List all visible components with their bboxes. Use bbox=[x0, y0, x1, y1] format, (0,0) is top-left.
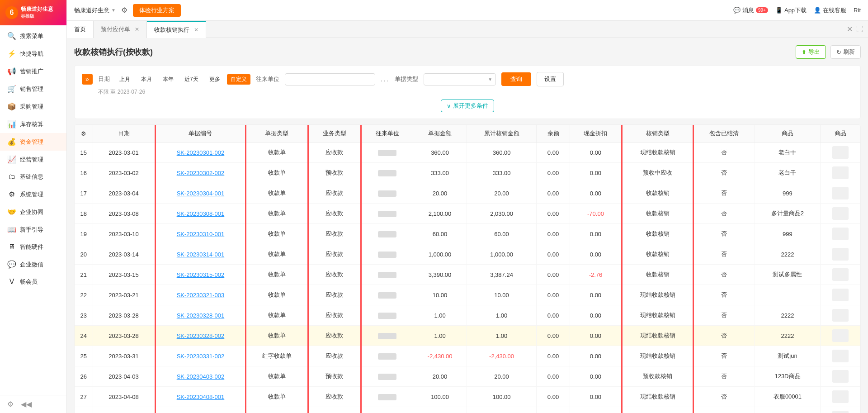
order-no-link[interactable]: SK-20230328-001 bbox=[177, 312, 225, 319]
logo-text: 畅康道好生意 bbox=[21, 6, 53, 13]
table-row[interactable]: 24 2023-03-28 SK-20230328-002 收款单 应收款 1.… bbox=[75, 326, 860, 346]
tab-collection-close[interactable]: ✕ bbox=[194, 27, 198, 33]
sidebar-item-basic-info[interactable]: 🗂 基础信息 bbox=[0, 168, 66, 185]
sidebar-item-hardware[interactable]: 🖥 智能硬件 bbox=[0, 238, 66, 256]
quick-nav-label: 快捷导航 bbox=[20, 50, 43, 58]
order-no-link[interactable]: SK-20230403-002 bbox=[177, 373, 225, 380]
cell-verify-type: 现结收款核销 bbox=[622, 407, 693, 413]
sidebar-item-finance[interactable]: 💰 资金管理 bbox=[0, 133, 66, 151]
tab-close-all-icon[interactable]: ✕ bbox=[847, 25, 853, 33]
sidebar-item-operation[interactable]: 📈 经营管理 bbox=[0, 151, 66, 168]
tab-home[interactable]: 首页 bbox=[67, 21, 94, 38]
table-row[interactable]: 23 2023-03-28 SK-20230328-001 收款单 应收款 1.… bbox=[75, 305, 860, 326]
date-custom[interactable]: 自定义 bbox=[227, 74, 250, 85]
order-no-link[interactable]: SK-20230304-001 bbox=[177, 190, 225, 197]
sidebar-item-search-menu[interactable]: 🔍 搜索菜单 bbox=[0, 27, 66, 45]
date-more[interactable]: 更多 bbox=[205, 74, 224, 85]
order-no-link[interactable]: SK-20230321-003 bbox=[177, 292, 225, 299]
username[interactable]: Rit bbox=[854, 7, 861, 14]
sidebar-collapse-icon[interactable]: ◀◀ bbox=[21, 400, 32, 408]
export-btn[interactable]: ⬆ 导出 bbox=[796, 45, 826, 59]
filter-more-dots[interactable]: ... bbox=[381, 75, 389, 83]
filter-expand-more-btn[interactable]: ∨ 展开更多条件 bbox=[441, 100, 494, 112]
topbar-settings-icon[interactable]: ⚙ bbox=[121, 6, 127, 14]
cell-partner bbox=[361, 407, 413, 413]
query-btn[interactable]: 查询 bbox=[501, 72, 531, 86]
tab-prepay[interactable]: 预付应付单 ✕ bbox=[94, 21, 147, 38]
table-row[interactable]: 16 2023-03-02 SK-20230302-002 收款单 预收款 33… bbox=[75, 163, 860, 183]
sidebar-item-guide[interactable]: 📖 新手引导 bbox=[0, 221, 66, 238]
sidebar-item-marketing[interactable]: 📢 营销推广 bbox=[0, 62, 66, 80]
tab-expand-icon[interactable]: ⛶ bbox=[856, 25, 863, 33]
refresh-btn[interactable]: ↻ 刷新 bbox=[830, 45, 861, 59]
table-row[interactable]: 15 2023-03-01 SK-20230301-002 收款单 应收款 36… bbox=[75, 142, 860, 163]
notification-label: 消息 bbox=[742, 6, 754, 14]
sidebar-item-enterprise[interactable]: 🤝 企业协同 bbox=[0, 203, 66, 221]
table-row[interactable]: 19 2023-03-10 SK-20230310-001 收款单 应收款 60… bbox=[75, 224, 860, 244]
order-no-link[interactable]: SK-20230408-001 bbox=[177, 394, 225, 400]
sidebar-item-inventory[interactable]: 📊 库存核算 bbox=[0, 115, 66, 133]
cell-verified-amount: 1.00 bbox=[467, 326, 537, 346]
cell-seq: 15 bbox=[75, 142, 93, 163]
th-settings[interactable]: ⚙ bbox=[75, 125, 93, 142]
cell-partner bbox=[361, 285, 413, 305]
sidebar-settings-icon[interactable]: ⚙ bbox=[7, 400, 14, 408]
workspace-selector[interactable]: 畅康道好生意 ▼ bbox=[74, 6, 116, 14]
date-last-7[interactable]: 近7天 bbox=[180, 74, 203, 85]
table-row[interactable]: 27 2023-04-08 SK-20230408-001 收款单 应收款 10… bbox=[75, 387, 860, 407]
sidebar-item-system[interactable]: ⚙ 系统管理 bbox=[0, 185, 66, 203]
sidebar-item-quick-nav[interactable]: ⚡ 快捷导航 bbox=[0, 45, 66, 62]
order-no-link[interactable]: SK-20230331-002 bbox=[177, 353, 225, 360]
cell-verify-type: 收款核销 bbox=[622, 224, 693, 244]
table-row[interactable]: 22 2023-03-21 SK-20230321-003 收款单 应收款 10… bbox=[75, 285, 860, 305]
date-last-month[interactable]: 上月 bbox=[115, 74, 134, 85]
table-row[interactable]: 17 2023-03-04 SK-20230304-001 收款单 应收款 20… bbox=[75, 183, 860, 204]
table-row[interactable]: 18 2023-03-08 SK-20230308-001 收款单 应收款 2,… bbox=[75, 204, 860, 224]
industry-btn[interactable]: 体验行业方案 bbox=[133, 4, 181, 17]
order-no-link[interactable]: SK-20230315-002 bbox=[177, 271, 225, 278]
tab-prepay-close[interactable]: ✕ bbox=[135, 26, 139, 33]
date-this-month[interactable]: 本月 bbox=[137, 74, 156, 85]
cell-amount: 60.00 bbox=[413, 224, 467, 244]
settings-btn[interactable]: 设置 bbox=[537, 72, 564, 86]
filter-expand-btn[interactable]: » bbox=[82, 74, 93, 85]
bill-type-select[interactable] bbox=[424, 73, 496, 85]
table-row[interactable]: 26 2023-04-03 SK-20230403-002 收款单 预收款 20… bbox=[75, 366, 860, 387]
date-this-year[interactable]: 本年 bbox=[159, 74, 178, 85]
order-no-link[interactable]: SK-20230302-002 bbox=[177, 170, 225, 176]
cell-order-no: SK-20230328-002 bbox=[155, 326, 246, 346]
page-header: 收款核销执行(按收款) ⬆ 导出 ↻ 刷新 bbox=[74, 45, 861, 59]
cell-order-no: SK-20230418-001 bbox=[155, 407, 246, 413]
app-download-btn[interactable]: 📱 App下载 bbox=[775, 6, 807, 14]
order-no-link[interactable]: SK-20230308-001 bbox=[177, 210, 225, 217]
order-no-link[interactable]: SK-20230301-002 bbox=[177, 149, 225, 156]
cell-seq: 26 bbox=[75, 366, 93, 387]
partner-input[interactable] bbox=[285, 73, 375, 85]
cell-biz-type: 应收款 bbox=[308, 265, 361, 285]
cell-bill-type: 收款单 bbox=[246, 183, 308, 204]
order-no-link[interactable]: SK-20230314-001 bbox=[177, 251, 225, 258]
table-row[interactable]: 21 2023-03-15 SK-20230315-002 收款单 应收款 3,… bbox=[75, 265, 860, 285]
tab-collection[interactable]: 收款核销执行 ✕ bbox=[147, 21, 206, 38]
table-row[interactable]: 28 2023-04-18 SK-20230418-001 收款单 应收款 10… bbox=[75, 407, 860, 413]
sidebar-item-sales[interactable]: 🛒 销售管理 bbox=[0, 80, 66, 98]
cell-balance: 0.00 bbox=[537, 326, 570, 346]
cell-balance: 0.00 bbox=[537, 387, 570, 407]
guide-label: 新手引导 bbox=[20, 226, 43, 234]
order-no-link[interactable]: SK-20230328-002 bbox=[177, 332, 225, 339]
order-no-link[interactable]: SK-20230310-001 bbox=[177, 231, 225, 237]
table-row[interactable]: 25 2023-03-31 SK-20230331-002 红字收款单 应收款 … bbox=[75, 346, 860, 366]
cell-seq: 23 bbox=[75, 305, 93, 326]
cell-verified-amount: 333.00 bbox=[467, 163, 537, 183]
cell-seq: 25 bbox=[75, 346, 93, 366]
cell-seq: 20 bbox=[75, 244, 93, 265]
support-btn[interactable]: 👤 在线客服 bbox=[814, 6, 846, 14]
th-cash-discount: 现金折扣 bbox=[570, 125, 622, 142]
table-row[interactable]: 20 2023-03-14 SK-20230314-001 收款单 应收款 1,… bbox=[75, 244, 860, 265]
sidebar-item-vip[interactable]: V 畅会员 bbox=[0, 273, 66, 290]
sidebar-item-purchase[interactable]: 📦 采购管理 bbox=[0, 98, 66, 115]
notification-btn[interactable]: 💬 消息 99+ bbox=[733, 6, 768, 14]
cell-date: 2023-03-15 bbox=[93, 265, 155, 285]
sidebar-item-wechat[interactable]: 💬 企业微信 bbox=[0, 256, 66, 273]
cell-balance: 0.00 bbox=[537, 204, 570, 224]
